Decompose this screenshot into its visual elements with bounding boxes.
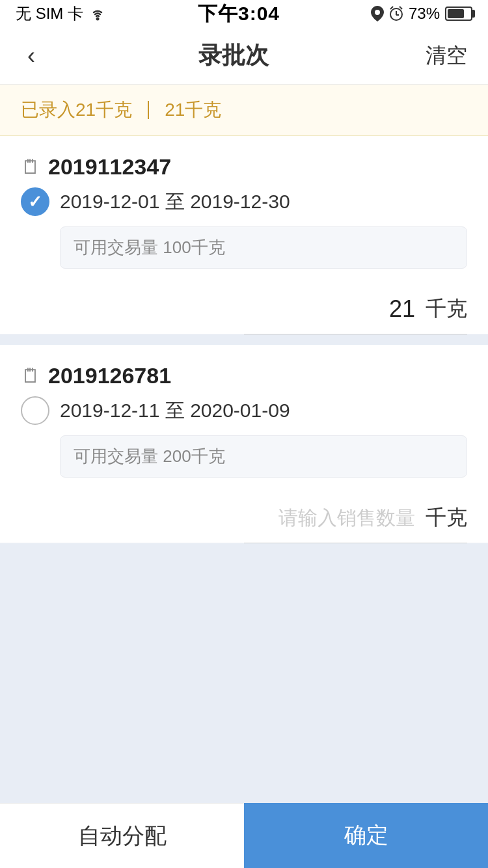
batch-1-qty-value[interactable]: 21 [389,295,415,323]
batch-2-qty-row: 请输入销售数量 千克 [0,491,488,543]
section-divider [0,334,488,345]
batch-2-icon: 🗒 [21,365,40,387]
status-left: 无 SIM 卡 [16,3,107,24]
recorded-amount-label: 已录入21千克 [21,98,132,122]
location-icon [371,6,384,21]
batch-1-radio[interactable] [21,187,49,216]
batch-2-header: 🗒 2019126781 [21,363,467,388]
svg-point-1 [375,10,380,15]
batch-2-date: 2019-12-11 至 2020-01-09 [60,398,290,424]
sim-text: 无 SIM 卡 [16,3,83,24]
batch-1-qty-unit: 千克 [426,295,467,323]
clear-button[interactable]: 清空 [426,42,467,70]
alarm-icon [389,6,403,21]
confirm-button[interactable]: 确定 [244,803,488,868]
svg-line-6 [400,7,402,9]
batch-1-available-qty: 可用交易量 100千克 [60,226,467,269]
batch-2-qty-unit: 千克 [426,504,467,532]
wifi-icon [88,7,107,21]
batch-item-1: 🗒 2019112347 2019-12-01 至 2019-12-30 可用交… [0,136,488,282]
batch-1-date: 2019-12-01 至 2019-12-30 [60,189,290,215]
svg-line-5 [390,7,393,9]
bottom-bar: 自动分配 确定 [0,803,488,868]
info-divider [148,101,149,119]
batch-1-date-row: 2019-12-01 至 2019-12-30 [21,187,467,216]
page-title: 录批次 [198,40,269,72]
batch-2-radio[interactable] [21,396,49,425]
battery-percent: 73% [409,5,440,23]
batch-item-2: 🗒 2019126781 2019-12-11 至 2020-01-09 可用交… [0,345,488,491]
battery-icon [445,7,472,21]
nav-bar: ‹ 录批次 清空 [0,27,488,85]
status-bar: 无 SIM 卡 下午3:04 73% [0,0,488,27]
status-right: 73% [371,5,472,23]
batch-2-qty-placeholder[interactable]: 请输入销售数量 [278,505,415,532]
batch-1-qty-row: 21 千克 [0,282,488,334]
battery-fill [448,9,464,18]
batch-2-date-row: 2019-12-11 至 2020-01-09 [21,396,467,425]
batch-1-header: 🗒 2019112347 [21,154,467,180]
info-value: 21千克 [165,98,221,122]
info-banner: 已录入21千克 21千克 [0,85,488,136]
batch-2-available-qty: 可用交易量 200千克 [60,435,467,478]
auto-distribute-button[interactable]: 自动分配 [0,803,244,868]
back-button[interactable]: ‹ [21,36,42,76]
status-time: 下午3:04 [198,1,280,27]
batch-2-id: 2019126781 [48,363,171,388]
svg-point-0 [96,18,100,21]
batch-1-id: 2019112347 [48,154,171,180]
batch-1-icon: 🗒 [21,156,40,178]
content-wrapper: 🗒 2019112347 2019-12-01 至 2019-12-30 可用交… [0,136,488,854]
